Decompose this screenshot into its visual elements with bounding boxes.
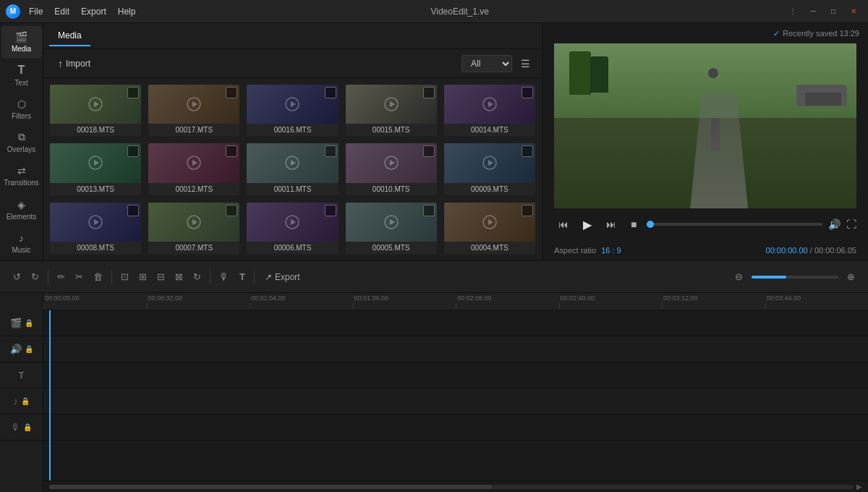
sidebar-elements-label: Elements [7, 213, 37, 221]
tab-media[interactable]: Media [49, 26, 90, 46]
svg-marker-19 [488, 160, 493, 166]
media-item-label: 00018.MTS [50, 124, 141, 136]
step-forward-button[interactable]: ⏭ [602, 216, 621, 233]
media-item[interactable]: 00008.MTS [49, 202, 142, 255]
svg-marker-9 [488, 101, 493, 107]
audio-track-icon: 🔊 [10, 344, 22, 355]
play-button[interactable]: ▶ [579, 215, 596, 234]
progress-bar[interactable] [647, 223, 822, 226]
scroll-thumb[interactable] [49, 485, 492, 489]
thumb-checkbox [127, 205, 139, 216]
sidebar-item-text[interactable]: T Text [1, 59, 42, 91]
main-layout: 🎬 Media T Text ⬡ Filters ⧉ Overlays ⇄ Tr… [0, 23, 868, 260]
volume-icon[interactable]: 🔊 [828, 219, 841, 230]
ruler-label: 00:00:32.00 [148, 294, 183, 302]
grid-button[interactable]: ⊟ [153, 268, 169, 285]
music-track-icon: ♪ [13, 396, 18, 407]
scroll-right-button[interactable]: ▶ [856, 483, 862, 491]
thumb-play-icon [384, 97, 399, 111]
media-item-label: 00016.MTS [247, 124, 338, 136]
mic-button[interactable]: 🎙 [215, 268, 234, 286]
ruler-label: 00:00:00.00 [45, 294, 80, 302]
zoom-out-button[interactable]: ⊖ [731, 268, 747, 285]
import-button[interactable]: ↑ Import [52, 55, 96, 72]
thumb-checkbox [325, 145, 336, 157]
rotate-button[interactable]: ↻ [189, 268, 205, 285]
media-thumbnail [50, 203, 141, 242]
sidebar-transitions-label: Transitions [4, 179, 39, 187]
pen-button[interactable]: ✏ [53, 268, 69, 285]
media-item[interactable]: 00009.MTS [443, 143, 536, 195]
thumb-play-icon [187, 215, 201, 229]
crop-button[interactable]: ⊡ [116, 268, 133, 285]
ruler-tick: 00:00:32.00 [147, 293, 183, 309]
delete-button[interactable]: 🗑 [89, 268, 107, 285]
undo-button[interactable]: ↺ [9, 268, 25, 285]
menu-edit[interactable]: Edit [54, 7, 69, 17]
step-back-button[interactable]: ⏮ [554, 216, 573, 233]
media-item-label: 00015.MTS [346, 124, 437, 136]
ruler-tick: 00:01:36.00 [353, 293, 389, 309]
media-thumbnail [247, 203, 338, 242]
track-label-mic: 🎙 🔒 [0, 415, 43, 441]
view-toggle-button[interactable]: ☰ [518, 55, 533, 72]
more-options-button[interactable]: ⋮ [784, 3, 801, 20]
media-item-label: 00007.MTS [148, 242, 239, 254]
time-total: 00:00:06.05 [814, 246, 856, 255]
menu-help[interactable]: Help [118, 7, 136, 17]
preview-video [554, 43, 856, 208]
sidebar-item-transitions[interactable]: ⇄ Transitions [1, 160, 42, 192]
media-thumbnail [444, 203, 535, 242]
fullscreen-button[interactable]: ⛶ [846, 219, 856, 230]
ruler-tick-line [765, 303, 766, 309]
media-item[interactable]: 00006.MTS [246, 202, 339, 255]
thumb-play-icon [482, 97, 497, 111]
stop-button[interactable]: ■ [626, 216, 641, 233]
sidebar-item-elements[interactable]: ◈ Elements [1, 193, 42, 225]
ruler-label: 00:01:04.00 [251, 294, 286, 302]
media-item[interactable]: 00004.MTS [443, 202, 536, 255]
media-toolbar: ↑ Import All Video Photo Audio ☰ [43, 49, 542, 78]
media-item[interactable]: 00005.MTS [345, 202, 438, 255]
text-overlay-button[interactable]: T [235, 268, 250, 285]
media-item[interactable]: 00013.MTS [49, 143, 142, 195]
media-item[interactable]: 00012.MTS [148, 143, 240, 195]
cut-button[interactable]: ✂ [71, 268, 88, 285]
media-grid: 00018.MTS 00017.MTS 00016.MTS [43, 78, 542, 260]
close-button[interactable]: ✕ [845, 3, 862, 20]
zoom-bar[interactable] [752, 276, 838, 279]
sidebar-item-music[interactable]: ♪ Music [1, 227, 42, 259]
media-item[interactable]: 00015.MTS [345, 84, 438, 137]
separator-2 [111, 270, 112, 284]
sidebar-overlays-label: Overlays [7, 145, 35, 153]
media-item[interactable]: 00017.MTS [148, 84, 240, 137]
media-filter-select[interactable]: All Video Photo Audio [461, 55, 512, 72]
separator-4 [254, 270, 255, 284]
sidebar-music-label: Music [12, 246, 30, 254]
window-controls: ⋮ ─ □ ✕ [784, 3, 862, 20]
menu-export[interactable]: Export [81, 7, 106, 17]
redo-button[interactable]: ↻ [27, 268, 43, 285]
media-item-label: 00013.MTS [50, 183, 141, 195]
sidebar-item-overlays[interactable]: ⧉ Overlays [1, 127, 42, 158]
thumb-checkbox [226, 145, 237, 157]
media-item[interactable]: 00011.MTS [246, 143, 339, 195]
media-item[interactable]: 00016.MTS [246, 84, 339, 137]
minimize-button[interactable]: ─ [804, 3, 822, 20]
media-item[interactable]: 00007.MTS [148, 202, 240, 255]
thumb-checkbox [423, 145, 435, 157]
fit-button[interactable]: ⊞ [135, 268, 151, 285]
overlays-icon: ⧉ [18, 131, 25, 143]
export-button[interactable]: ↗ Export [265, 272, 300, 282]
detach-button[interactable]: ⊠ [171, 268, 187, 285]
zoom-in-button[interactable]: ⊕ [843, 268, 859, 285]
sidebar-item-filters[interactable]: ⬡ Filters [1, 93, 42, 125]
media-item[interactable]: 00018.MTS [49, 84, 142, 137]
sidebar-item-media[interactable]: 🎬 Media [1, 26, 42, 58]
saved-check-icon: ✓ [773, 29, 780, 38]
media-item[interactable]: 00010.MTS [345, 143, 438, 195]
media-item[interactable]: 00014.MTS [443, 84, 536, 137]
menu-file[interactable]: File [29, 7, 43, 17]
maximize-button[interactable]: □ [825, 3, 842, 20]
media-tabs: Media [43, 23, 542, 49]
